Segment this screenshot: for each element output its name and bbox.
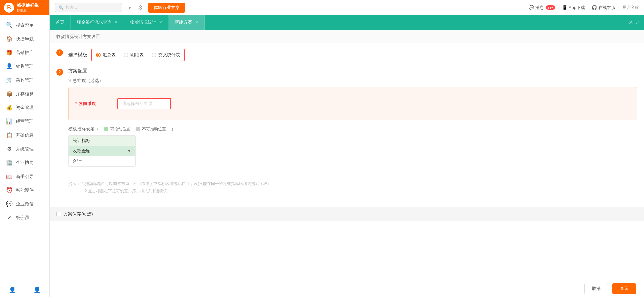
logo-text-block: 畅捷通好生 标准版: [17, 3, 39, 13]
trial-industry-button[interactable]: 体验行业方案: [148, 3, 185, 13]
tab-home[interactable]: 首页: [50, 15, 71, 30]
topbar-search-text: 搜索...: [66, 5, 77, 10]
sidebar-item-label: 快捷导航: [16, 36, 34, 42]
sidebar-bottom-user2[interactable]: 👤: [33, 286, 41, 294]
sidebar-item-guide[interactable]: 📖 新手引导: [0, 169, 49, 183]
system-icon: ⚙: [6, 146, 13, 152]
service-item[interactable]: 🎧 在线客服: [592, 5, 616, 11]
tab-receipts-close[interactable]: ✕: [159, 20, 162, 25]
download-label: App下载: [569, 5, 585, 11]
sidebar-item-search-menu[interactable]: 🔍 搜索菜单: [0, 18, 49, 32]
tab-home-label: 首页: [56, 19, 64, 26]
tips-section: 提示： 1.拖动标题栏可以调整布局，不可跨维度或指标区域拖动栏目字段(只能在同一…: [68, 175, 637, 195]
settings-icon[interactable]: ⚙: [138, 4, 143, 11]
radio-summary-dot: [96, 53, 101, 57]
topbar-search[interactable]: 🔍 搜索...: [55, 3, 122, 12]
service-icon: 🎧: [592, 5, 597, 10]
tab-close-all-icon[interactable]: ✕: [629, 19, 633, 26]
tab-expand-icon[interactable]: ⤢: [636, 19, 640, 26]
radio-summary[interactable]: 汇总表: [96, 52, 116, 58]
sidebar-item-hardware[interactable]: ⏰ 智能硬件: [0, 183, 49, 197]
legend-fixed-label: 不可拖动位置: [142, 126, 166, 132]
dimension-arrow: ——: [101, 101, 112, 107]
sidebar-item-finance[interactable]: 💰 资金管理: [0, 101, 49, 114]
sidebar-item-enterprise[interactable]: 🏢 企业协同: [0, 156, 49, 169]
section2-title: 方案配置: [68, 68, 637, 74]
sidebar-item-member[interactable]: ✓ 畅会员: [0, 211, 49, 225]
sidebar-item-basic-info[interactable]: 📋 基础信息: [0, 128, 49, 142]
metrics-header-text: 模板指标设定（: [68, 126, 99, 132]
sidebar-item-label: 企业微信: [16, 201, 34, 207]
sidebar-item-label: 资金管理: [16, 105, 34, 111]
inventory-icon: 📦: [6, 91, 13, 97]
sidebar-item-marketing[interactable]: 🎁 营销推广: [0, 46, 49, 59]
sidebar-item-label: 企业协同: [16, 160, 34, 166]
sidebar-item-label: 系统管理: [16, 146, 34, 152]
topbar-right: 💬 消息 99+ 📱 App下载 🎧 在线客服 用户名称: [529, 5, 639, 11]
radio-detail-dot: [124, 53, 128, 57]
sidebar-item-label: 畅会员: [16, 215, 29, 221]
wechat-icon: 💬: [6, 201, 13, 207]
tab-new-plan-close[interactable]: ✕: [195, 20, 198, 25]
tips-line1: 提示： 1.拖动标题栏可以调整布局，不可跨维度或指标区域拖动栏目字段(只能在同一…: [68, 180, 637, 188]
metrics-row-total: 合计: [69, 156, 135, 166]
breadcrumb: 收款情况统计方案设置: [56, 34, 100, 39]
sidebar-item-purchase[interactable]: 🛒 采购管理: [0, 73, 49, 87]
sidebar-item-operation[interactable]: 📊 经营管理: [0, 114, 49, 128]
sidebar-item-sales[interactable]: 👤 销售管理: [0, 59, 49, 73]
main-area: 🔍 搜索... ▼ ⚙ 体验行业方案 💬 消息 99+ 📱 App下载 🎧 在线…: [50, 0, 644, 297]
section2-title-text: 方案配置: [68, 68, 87, 74]
tab-receipts[interactable]: 收款情况统计 ✕: [124, 15, 169, 30]
tips-line2: 2.点击标题栏下拉可设置排序、插入列和删除列: [68, 188, 637, 195]
logo-title: 畅捷通好生: [17, 3, 39, 8]
tab-bank-flow-close[interactable]: ✕: [114, 20, 118, 25]
notification-item[interactable]: 💬 消息 99+: [529, 5, 555, 11]
col-dropdown-icon[interactable]: ▼: [127, 149, 131, 153]
section1-content: 选择模板 汇总表 明细表: [68, 49, 637, 61]
radio-cross-label: 交叉统计表: [158, 52, 180, 58]
purchase-icon: 🛒: [6, 77, 13, 83]
sidebar-item-label: 库存核算: [16, 91, 34, 97]
cancel-button[interactable]: 取消: [584, 283, 608, 294]
tab-bank-flow[interactable]: 现金银行流水查询 ✕: [71, 15, 124, 30]
sidebar-item-wechat[interactable]: 💬 企业微信: [0, 197, 49, 211]
query-button[interactable]: 查询: [612, 283, 636, 294]
save-plan-label: 方案保存(可选): [64, 211, 93, 217]
tab-receipts-label: 收款情况统计: [130, 19, 156, 26]
section2-content: 方案配置 汇总维度（必选） * 纵向维度 —— 请选择分组维度: [68, 68, 637, 195]
save-plan-checkbox[interactable]: [56, 212, 61, 216]
bottom-bar: 取消 查询: [50, 280, 644, 297]
user-name: 用户名称: [623, 5, 639, 10]
tab-new-plan[interactable]: 新建方案 ✕: [169, 15, 205, 30]
radio-detail[interactable]: 明细表: [124, 52, 144, 58]
sales-icon: 👤: [6, 63, 13, 69]
radio-cross[interactable]: 交叉统计表: [152, 52, 180, 58]
sidebar-item-label: 采购管理: [16, 77, 34, 83]
legend-fixed-dot: [136, 127, 140, 131]
template-options: 汇总表 明细表 交叉统计表: [91, 49, 185, 61]
sidebar-item-label: 基础信息: [16, 132, 34, 138]
sidebar-item-system[interactable]: ⚙ 系统管理: [0, 142, 49, 156]
download-item[interactable]: 📱 App下载: [562, 5, 585, 11]
sidebar-bottom-user1[interactable]: 👤: [9, 286, 16, 294]
sidebar-item-inventory[interactable]: 📦 库存核算: [0, 87, 49, 101]
vertical-label: * 纵向维度: [75, 101, 96, 107]
download-icon: 📱: [562, 5, 567, 10]
metrics-header: 模板指标设定（ 可拖动位置 不可拖动位置 ）: [68, 126, 637, 132]
radio-detail-label: 明细表: [130, 52, 144, 58]
metrics-col-header[interactable]: 收款金额 ▼: [69, 146, 135, 156]
sidebar-bottom: 👤 👤: [0, 283, 49, 297]
dimension-row: * 纵向维度 —— 请选择分组维度: [75, 98, 171, 109]
sidebar-item-label: 营销推广: [16, 50, 34, 56]
metrics-header-label: 统计指标: [73, 138, 90, 144]
radio-cross-dot: [152, 53, 156, 57]
tab-new-plan-label: 新建方案: [175, 19, 192, 26]
topbar-search-icon: 🔍: [59, 5, 64, 10]
enterprise-icon: 🏢: [6, 159, 13, 166]
sidebar-item-quick-nav[interactable]: 🏠 快捷导航: [0, 32, 49, 46]
legend-draggable: 可拖动位置: [104, 126, 130, 132]
dimension-placeholder[interactable]: 请选择分组维度: [117, 98, 171, 109]
dimension-label: 汇总维度（必选）: [68, 78, 637, 84]
topbar-dropdown-icon[interactable]: ▼: [127, 5, 132, 10]
radio-summary-label: 汇总表: [103, 52, 116, 58]
